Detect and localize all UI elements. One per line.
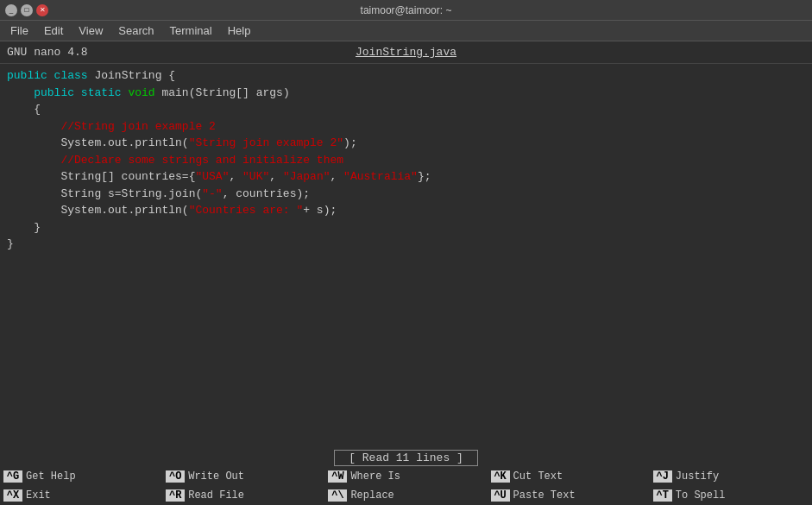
shortcut-key: ^U bbox=[491, 489, 510, 502]
code-line: //Declare some strings and initialize th… bbox=[7, 152, 805, 169]
close-button[interactable]: ✕ bbox=[36, 4, 48, 16]
shortcut-label: Write Out bbox=[188, 470, 244, 483]
menu-search[interactable]: Search bbox=[111, 22, 161, 39]
menu-bar: File Edit View Search Terminal Help bbox=[0, 21, 812, 41]
nano-filename: JoinString.java bbox=[206, 46, 606, 59]
shortcut-key: ^J bbox=[653, 470, 672, 483]
shortcut-key: ^\ bbox=[328, 489, 347, 502]
shortcut-label: Get Help bbox=[26, 470, 76, 483]
shortcut-item[interactable]: ^\Replace bbox=[324, 489, 487, 502]
shortcut-label: Cut Text bbox=[513, 470, 563, 483]
code-line: public static void main(String[] args) bbox=[7, 85, 805, 102]
shortcut-item[interactable]: ^TTo Spell bbox=[650, 489, 812, 502]
nano-top-bar: GNU nano 4.8 JoinString.java bbox=[0, 41, 812, 64]
shortcut-item[interactable]: ^KCut Text bbox=[488, 470, 650, 483]
shortcut-label: Justify bbox=[676, 470, 719, 483]
shortcut-key: ^R bbox=[166, 489, 185, 502]
code-line: //String join example 2 bbox=[7, 118, 805, 136]
shortcut-item[interactable]: ^RRead File bbox=[162, 489, 324, 502]
menu-edit[interactable]: Edit bbox=[37, 22, 70, 39]
shortcut-item[interactable]: ^XExit bbox=[0, 489, 162, 502]
shortcut-item[interactable]: ^GGet Help bbox=[0, 470, 162, 483]
shortcut-item[interactable]: ^JJustify bbox=[650, 470, 812, 483]
window-title: taimoor@taimoor: ~ bbox=[273, 4, 540, 16]
menu-help[interactable]: Help bbox=[221, 22, 258, 39]
shortcut-label: Paste Text bbox=[513, 489, 576, 502]
code-line: String s=String.join("-", countries); bbox=[7, 186, 805, 203]
shortcut-label: Read File bbox=[188, 489, 244, 502]
menu-view[interactable]: View bbox=[72, 22, 110, 39]
code-line: { bbox=[7, 101, 805, 118]
nano-version: GNU nano 4.8 bbox=[7, 46, 206, 59]
shortcut-key: ^T bbox=[653, 489, 672, 502]
shortcut-row-2: ^XExit^RRead File^\Replace^UPaste Text^T… bbox=[0, 486, 812, 505]
shortcut-key: ^W bbox=[328, 470, 347, 483]
code-line: } bbox=[7, 236, 805, 253]
shortcut-key: ^G bbox=[3, 470, 22, 483]
shortcut-item[interactable]: ^UPaste Text bbox=[488, 489, 650, 502]
shortcut-item[interactable]: ^OWrite Out bbox=[162, 470, 324, 483]
shortcut-label: To Spell bbox=[676, 489, 726, 502]
code-editor[interactable]: public class JoinString { public static … bbox=[0, 64, 812, 448]
shortcut-label: Exit bbox=[26, 489, 51, 502]
code-line: String[] countries={"USA", "UK", "Japan"… bbox=[7, 168, 805, 186]
menu-file[interactable]: File bbox=[3, 22, 35, 39]
maximize-button[interactable]: □ bbox=[21, 4, 33, 16]
code-line: System.out.println("Countries are: "+ s)… bbox=[7, 202, 805, 219]
shortcut-item[interactable]: ^WWhere Is bbox=[324, 470, 487, 483]
shortcut-label: Replace bbox=[350, 489, 393, 502]
code-line: System.out.println("String join example … bbox=[7, 135, 805, 152]
shortcut-label: Where Is bbox=[350, 470, 400, 483]
code-line: } bbox=[7, 219, 805, 237]
code-line: public class JoinString { bbox=[7, 67, 805, 85]
status-message: [ Read 11 lines ] bbox=[334, 450, 478, 466]
menu-terminal[interactable]: Terminal bbox=[163, 22, 219, 39]
shortcut-key: ^X bbox=[3, 489, 22, 502]
shortcut-key: ^O bbox=[166, 470, 185, 483]
status-bar: [ Read 11 lines ] bbox=[0, 448, 812, 467]
shortcut-row-1: ^GGet Help^OWrite Out^WWhere Is^KCut Tex… bbox=[0, 467, 812, 486]
title-bar: _ □ ✕ taimoor@taimoor: ~ bbox=[0, 0, 812, 21]
shortcut-key: ^K bbox=[491, 470, 510, 483]
minimize-button[interactable]: _ bbox=[5, 4, 17, 16]
